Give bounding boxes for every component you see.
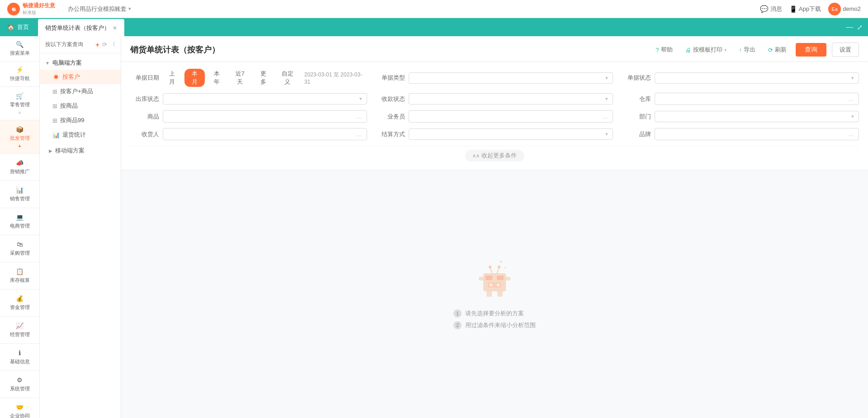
date-btn-7days[interactable]: 近7天 [229, 68, 251, 87]
help-btn[interactable]: ? 帮助 [652, 44, 676, 56]
svg-point-8 [497, 284, 500, 286]
top-header: 畅 畅捷通好生意 标准版 办公用品行业模拟账套 ▾ 💬 消息 📱 App下载 E… [0, 0, 868, 18]
sidebar-item-quick-nav[interactable]: ⚡ 快捷导航 [0, 62, 39, 87]
refresh-btn[interactable]: ⟳ 刷新 [764, 44, 790, 56]
filter-row-4: 收货人 … 结算方式 ▾ 品牌 … [130, 128, 859, 140]
filter-cell-out-status: 出库状态 ▾ [130, 93, 367, 104]
enterprise-icon: 🤝 [16, 404, 24, 411]
date-btn-this-year[interactable]: 本年 [208, 68, 226, 87]
collapse-icon: ▲ [18, 143, 22, 148]
sidebar-item-marketing[interactable]: 📣 营销推广 [0, 154, 39, 181]
print-btn[interactable]: 🖨 按模板打印 ▾ [682, 44, 730, 56]
quick-nav-icon: ⚡ [16, 66, 24, 73]
tab-maximize-btn[interactable]: ⤢ [857, 23, 863, 32]
receiver-label: 收货人 [130, 130, 163, 138]
filter-row-3: 商品 … 业务员 … 部门 ▾ [130, 110, 859, 123]
brand-select[interactable]: … [655, 128, 859, 140]
order-type-select[interactable]: ▾ [409, 72, 613, 84]
filter-cell-order-status: 单据状态 ▾ [622, 72, 859, 84]
goods-select[interactable]: … [163, 110, 367, 123]
sales-icon: 📊 [16, 186, 24, 194]
mobile-arrow: ▶ [49, 148, 52, 153]
warehouse-select[interactable]: … [655, 93, 859, 105]
date-btn-this-month[interactable]: 本月 [184, 69, 205, 87]
tree-item-by-customer[interactable]: 按客户 [40, 70, 121, 84]
sidebar: 🔍 搜索菜单 ⚡ 快捷导航 🛒 零售管理 ▲ 📦 批发管理 ▲ 📣 营销推广 📊… [0, 36, 40, 418]
sidebar-item-basic-info[interactable]: ℹ 基础信息 [0, 344, 39, 371]
tab-minimize-btn[interactable]: — [846, 23, 853, 31]
main-layout: 🔍 搜索菜单 ⚡ 快捷导航 🛒 零售管理 ▲ 📦 批发管理 ▲ 📣 营销推广 📊… [0, 36, 868, 418]
sidebar-item-enterprise[interactable]: 🤝 企业协同 [0, 398, 39, 418]
inventory-icon: 📋 [16, 268, 24, 275]
sidebar-item-ecommerce[interactable]: 💻 电商管理 [0, 208, 39, 235]
salesperson-select[interactable]: … [409, 110, 613, 123]
customer-goods-icon: ⊞ [52, 88, 57, 95]
message-btn[interactable]: 💬 消息 [760, 5, 782, 13]
filter-cell-warehouse: 仓库 … [622, 93, 859, 105]
avatar: Ea [828, 3, 841, 15]
logo-icon: 畅 [7, 3, 20, 15]
scheme-refresh-btn[interactable]: ⟳ [102, 41, 107, 48]
receipt-status-label: 收款状态 [376, 95, 409, 103]
warehouse-label: 仓库 [622, 95, 655, 103]
query-btn[interactable]: 查询 [796, 43, 826, 57]
tree-item-by-customer-goods[interactable]: ⊞ 按客户+商品 [40, 84, 121, 99]
scheme-tree: ▼ 电脑端方案 按客户 ⊞ 按客户+商品 ⊞ [40, 53, 121, 418]
out-status-select[interactable]: ▾ [163, 93, 367, 104]
refresh-icon: ⟳ [768, 47, 773, 53]
app-download-btn[interactable]: 📱 App下载 [789, 5, 821, 13]
sidebar-item-inventory[interactable]: 📋 库存核算 [0, 262, 39, 290]
user-menu[interactable]: Ea demo2 [828, 3, 861, 15]
wholesale-icon: 📦 [16, 126, 24, 133]
sidebar-item-ops[interactable]: 📈 经营管理 [0, 317, 39, 344]
page-title: 销货单统计表（按客户） [130, 44, 220, 55]
tab-close-btn[interactable]: ✕ [113, 25, 117, 31]
tree-group-mobile-title[interactable]: ▶ 移动端方案 [40, 144, 121, 157]
header-left: 畅 畅捷通好生意 标准版 办公用品行业模拟账套 ▾ [7, 2, 131, 16]
breadcrumb[interactable]: 办公用品行业模拟账套 ▾ [68, 5, 131, 13]
tab-bar: 🏠 首页 销货单统计表（按客户） ✕ — ⤢ [0, 18, 868, 36]
scheme-add-btn[interactable]: + [95, 41, 99, 48]
scheme-collapse-btn[interactable]: 《 [110, 41, 115, 48]
svg-text:✦: ✦ [504, 266, 506, 269]
date-btn-more[interactable]: 更多 [254, 68, 273, 87]
sidebar-item-purchase[interactable]: 🛍 采购管理 [0, 235, 39, 262]
ecommerce-icon: 💻 [16, 214, 24, 221]
page-actions: ? 帮助 🖨 按模板打印 ▾ ↑ 导出 ⟳ 刷新 查询 设置 [652, 43, 859, 57]
receipt-status-select[interactable]: ▾ [409, 93, 613, 104]
settings-btn[interactable]: 设置 [832, 43, 859, 57]
date-btn-last-month[interactable]: 上月 [163, 68, 182, 87]
sidebar-item-sys-mgmt[interactable]: ⚙ 系统管理 [0, 371, 39, 398]
sidebar-item-wholesale-mgmt[interactable]: 📦 批发管理 ▲ [0, 120, 39, 154]
sidebar-item-retail-mgmt[interactable]: 🛒 零售管理 ▲ [0, 87, 39, 120]
svg-text:✦: ✦ [499, 259, 503, 264]
settle-label: 结算方式 [376, 130, 409, 138]
sidebar-item-finance[interactable]: 💰 资金管理 [0, 290, 39, 317]
sidebar-item-search-menu[interactable]: 🔍 搜索菜单 [0, 36, 39, 62]
goods-label: 商品 [130, 113, 163, 121]
tree-item-by-goods[interactable]: ⊞ 按商品 [40, 99, 121, 113]
tree-item-return-stat[interactable]: 📊 退货统计 [40, 128, 121, 142]
settle-arrow: ▾ [605, 131, 608, 137]
order-status-arrow: ▾ [851, 75, 854, 81]
order-status-select[interactable]: ▾ [655, 72, 859, 84]
order-type-label: 单据类型 [376, 74, 409, 82]
date-btn-custom[interactable]: 自定义 [275, 68, 300, 87]
group-arrow: ▼ [45, 61, 50, 66]
tab-home[interactable]: 🏠 首页 [0, 18, 36, 36]
sidebar-item-sales-mgmt[interactable]: 📊 销售管理 [0, 181, 39, 208]
tree-group-desktop-title[interactable]: ▼ 电脑端方案 [40, 56, 121, 70]
tree-item-by-goods99[interactable]: ⊞ 按商品99 [40, 113, 121, 128]
svg-point-2 [54, 75, 58, 79]
out-status-label: 出库状态 [130, 95, 163, 103]
export-btn[interactable]: ↑ 导出 [736, 44, 760, 56]
settle-select[interactable]: ▾ [409, 128, 613, 140]
svg-point-12 [498, 266, 500, 268]
dept-select[interactable]: ▾ [655, 111, 859, 122]
tab-sales-stat[interactable]: 销货单统计表（按客户） ✕ [38, 19, 124, 37]
collapse-btn[interactable]: ∧∧ 收起更多条件 [465, 150, 524, 162]
receiver-select[interactable]: … [163, 128, 367, 140]
filter-area: 单据日期 上月 本月 本年 近7天 更多 自定义 2023-03-01 至 20… [121, 62, 868, 170]
date-picker-group: 上月 本月 本年 近7天 更多 自定义 2023-03-01 至 2023-03… [163, 68, 367, 87]
filter-cell-date: 单据日期 上月 本月 本年 近7天 更多 自定义 2023-03-01 至 20… [130, 68, 367, 87]
